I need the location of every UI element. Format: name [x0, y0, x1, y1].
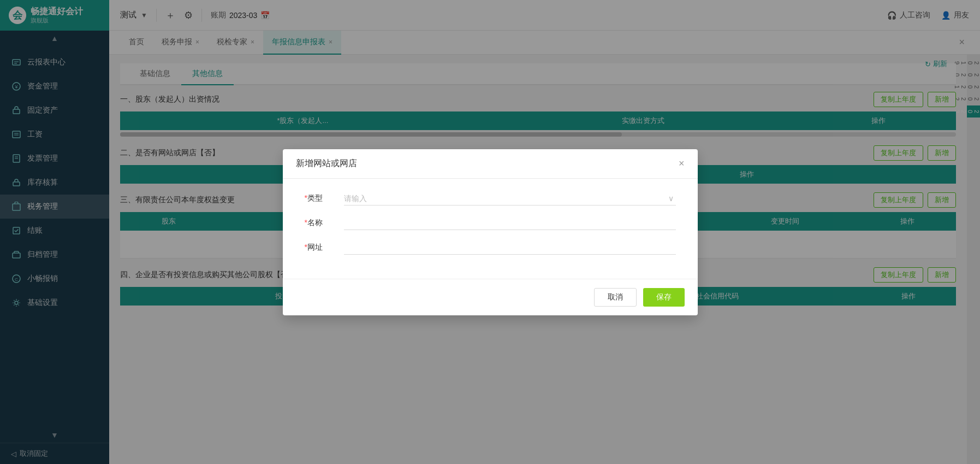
- form-row-url: *网址: [305, 241, 676, 255]
- dialog-overlay[interactable]: 新增网站或网店 × *类型 ∨ *名称: [0, 0, 980, 464]
- dialog-close-btn[interactable]: ×: [679, 158, 685, 169]
- form-input-wrap-url: [344, 241, 676, 255]
- form-label-type: *类型: [305, 193, 337, 203]
- form-row-name: *名称: [305, 216, 676, 230]
- form-input-wrap-name: [344, 216, 676, 230]
- cancel-button[interactable]: 取消: [594, 288, 637, 307]
- form-label-name: *名称: [305, 218, 337, 228]
- dialog-header: 新增网站或网店 ×: [283, 149, 698, 179]
- url-input[interactable]: [344, 243, 676, 252]
- add-website-dialog: 新增网站或网店 × *类型 ∨ *名称: [283, 149, 698, 315]
- dialog-footer: 取消 保存: [283, 279, 698, 315]
- form-label-url: *网址: [305, 243, 337, 252]
- form-input-wrap-type: ∨: [344, 192, 676, 205]
- form-row-type: *类型 ∨: [305, 192, 676, 205]
- dialog-title: 新增网站或网店: [296, 158, 357, 169]
- name-input[interactable]: [344, 219, 676, 227]
- type-dropdown-icon[interactable]: ∨: [668, 194, 674, 203]
- save-button[interactable]: 保存: [643, 288, 685, 307]
- type-input[interactable]: [344, 194, 676, 203]
- dialog-body: *类型 ∨ *名称 *网址: [283, 179, 698, 279]
